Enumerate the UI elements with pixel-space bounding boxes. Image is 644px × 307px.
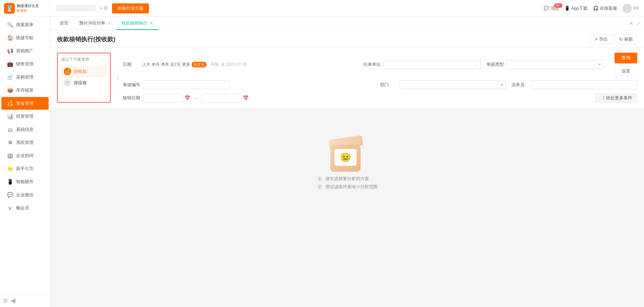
sidebar-item-sales[interactable]: 💼 销售管理 xyxy=(1,58,49,70)
tab-prepay-close[interactable]: ✕ xyxy=(107,21,111,25)
expand-icon[interactable]: ⤢ xyxy=(636,21,640,26)
marketing-icon: 📢 xyxy=(7,48,13,54)
online-service-label: 在线客服 xyxy=(600,5,617,11)
headset-icon: 🎧 xyxy=(593,6,598,11)
tab-home[interactable]: 首页 xyxy=(54,17,74,30)
voucher-type-dropdown-icon: ▾ xyxy=(599,62,603,67)
writeoff-end-calendar-icon[interactable]: 📅 xyxy=(243,95,249,101)
date-last-month[interactable]: 上月 xyxy=(142,62,150,67)
settings-icon[interactable]: ⚙ xyxy=(3,297,8,304)
message-btn[interactable]: 💬 消息 99+ xyxy=(544,5,559,11)
system-icon: ⚙ xyxy=(7,140,13,146)
step1-text: 请先选择要分析的方案 xyxy=(325,176,369,182)
filter-option-by-receivable[interactable]: ⏱ 按应收 xyxy=(61,77,107,89)
date-this-month[interactable]: 本月 xyxy=(152,62,160,67)
purchase-icon: 🛒 xyxy=(7,74,13,80)
writeoff-start-calendar-icon[interactable]: 📅 xyxy=(184,95,190,101)
step2-text: 用过滤条件来缩小分析范围 xyxy=(325,184,378,190)
chevron-down-icon[interactable]: ▾ xyxy=(100,6,102,11)
refresh-button[interactable]: ↻ 刷新 xyxy=(615,34,637,44)
step2-num: 2 xyxy=(317,184,323,190)
phone-icon: 📱 xyxy=(565,6,570,11)
box-face: 😐 xyxy=(334,149,357,166)
collapse-sidebar-icon[interactable]: ◀ xyxy=(11,297,15,304)
sidebar-item-base[interactable]: 🗂 基础信息 xyxy=(1,123,49,136)
filter-row-1: 日期 上月 本月 本年 近7天 更多 自定义 不限 xyxy=(123,53,637,76)
inventory-icon: 📦 xyxy=(7,87,13,93)
sidebar-item-enterprise[interactable]: 🏢 企业协同 xyxy=(1,149,49,162)
writeoff-date-field: 核销日期 2023-03-01 📅 — 2023-07-21 📅 xyxy=(123,94,462,103)
dept-dropdown-icon: ▾ xyxy=(501,83,506,87)
sidebar-item-wechat-label: 企业微信 xyxy=(16,192,34,198)
message-badge: 99+ xyxy=(554,3,562,8)
collapse-filter-btn[interactable]: 《 xyxy=(113,53,120,103)
tab-collection-close[interactable]: ✕ xyxy=(150,21,153,25)
sidebar-item-finance-label: 资金管理 xyxy=(16,100,34,106)
user-info[interactable]: Rit xyxy=(623,4,639,13)
tab-prepay[interactable]: 预付冲应付单 ✕ xyxy=(74,17,116,30)
date-custom-badge[interactable]: 自定义 xyxy=(192,62,207,67)
date-this-year[interactable]: 本年 xyxy=(161,62,169,67)
page-header: 收款核销执行(按收款) ↗ 导出 ↻ 刷新 xyxy=(50,30,644,47)
refresh-icon: ↻ xyxy=(619,37,623,42)
tab-collection-label: 收款核销执行 xyxy=(121,20,148,26)
wechat-icon: 💬 xyxy=(7,192,13,198)
sidebar-item-marketing[interactable]: 📢 营销推广 xyxy=(1,45,49,57)
voucher-type-select[interactable] xyxy=(507,60,599,69)
voucher-type-label: 单据类型 xyxy=(486,61,504,67)
salesperson-input[interactable] xyxy=(531,81,628,89)
voucher-type-field: 单据类型 ▾ xyxy=(486,60,604,69)
department-field: 部门 ▾ xyxy=(380,80,506,89)
filter-by-receipt-label: 按收款 xyxy=(74,68,87,74)
page-title-row: 收款核销执行(按收款) ↗ 导出 ↻ 刷新 xyxy=(57,34,637,47)
department-label: 部门 xyxy=(380,82,397,88)
page-title: 收款核销执行(按收款) xyxy=(57,35,115,43)
sidebar: 🐰 畅捷通好生意 标准版 🔍 搜索菜单 🏠 快捷导航 📢 营销推广 💼 销售管理… xyxy=(0,0,50,307)
operations-icon: 📊 xyxy=(7,113,13,119)
counterparty-input[interactable] xyxy=(384,60,472,69)
empty-step-1: 1 请先选择要分析的方案 xyxy=(317,176,378,182)
sidebar-item-wechat[interactable]: 💬 企业微信 xyxy=(1,189,49,201)
department-select[interactable] xyxy=(400,81,501,89)
sidebar-item-inventory[interactable]: 📦 库存核算 xyxy=(1,84,49,97)
tabbar: 首页 预付冲应付单 ✕ 收款核销执行 ✕ ✕ ⤢ xyxy=(50,17,644,30)
date-more[interactable]: 更多 xyxy=(182,62,190,67)
writeoff-start-input[interactable]: 2023-03-01 xyxy=(143,94,183,103)
industry-btn[interactable]: 休验行业方案 xyxy=(112,3,149,13)
sidebar-item-hardware[interactable]: 📱 智能硬件 xyxy=(1,175,49,188)
counterparty-dots-btn[interactable]: ··· xyxy=(472,62,481,67)
action-buttons: 查询 设置 xyxy=(614,53,637,76)
sidebar-nav: 🔍 搜索菜单 🏠 快捷导航 📢 营销推广 💼 销售管理 🛒 采购管理 📦 库存核… xyxy=(0,17,50,294)
online-service-btn[interactable]: 🎧 在线客服 xyxy=(593,5,617,11)
sidebar-bottom: ⚙ ◀ xyxy=(0,294,50,307)
collapse-more-button[interactable]: 《 收起更多条件 xyxy=(595,93,637,103)
writeoff-end-input[interactable]: 2023-07-21 xyxy=(201,94,241,103)
tab-home-label: 首页 xyxy=(60,20,68,26)
gear-icon[interactable]: ⚙ xyxy=(103,5,108,11)
salesperson-input-wrapper: ··· xyxy=(531,80,638,89)
sales-icon: 💼 xyxy=(7,61,13,67)
sidebar-item-guide[interactable]: 🌟 新手引导 xyxy=(1,162,49,175)
sidebar-item-purchase[interactable]: 🛒 采购管理 xyxy=(1,71,49,84)
settings-button[interactable]: 设置 xyxy=(614,66,637,76)
app-edition: 标准版 xyxy=(17,8,39,13)
filter-option-by-receipt[interactable]: 💰 按收款 xyxy=(61,66,107,77)
salesperson-dots-btn[interactable]: ··· xyxy=(628,82,637,87)
sidebar-item-search[interactable]: 🔍 搜索菜单 xyxy=(1,18,49,31)
tab-collection[interactable]: 收款核销执行 ✕ xyxy=(116,17,158,30)
sidebar-item-quick-nav[interactable]: 🏠 快捷导航 xyxy=(1,32,49,44)
export-button[interactable]: ↗ 导出 xyxy=(590,34,612,44)
sidebar-item-finance[interactable]: 💰 资金管理 xyxy=(1,97,49,110)
sidebar-item-member[interactable]: V 畅会员 xyxy=(1,202,49,214)
sidebar-item-operations-label: 经营管理 xyxy=(16,113,34,119)
sidebar-item-operations[interactable]: 📊 经营管理 xyxy=(1,110,49,123)
app-download-btn[interactable]: 📱 App下载 xyxy=(565,5,588,11)
brand-input[interactable] xyxy=(56,5,96,11)
voucher-no-input[interactable] xyxy=(143,80,230,89)
close-all-tabs-icon[interactable]: ✕ xyxy=(629,20,633,27)
username-label: Rit xyxy=(633,6,639,11)
date-7days[interactable]: 近7天 xyxy=(170,62,181,67)
query-button[interactable]: 查询 xyxy=(614,53,637,63)
sidebar-item-system[interactable]: ⚙ 系统管理 xyxy=(1,136,49,149)
counterparty-input-wrapper: ··· xyxy=(383,60,481,69)
